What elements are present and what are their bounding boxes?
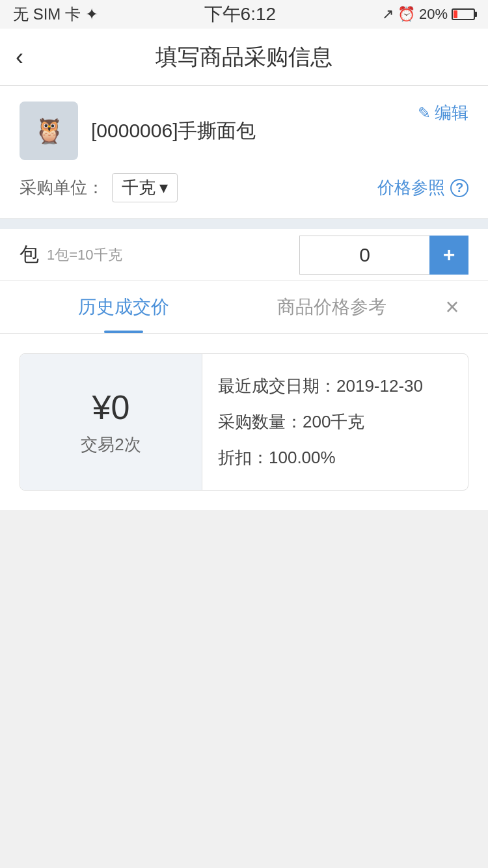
location-icon: ↗	[382, 6, 394, 23]
tab-price-reference[interactable]: 商品价格参考	[228, 281, 436, 333]
quantity-unit: 包	[20, 241, 39, 268]
product-name: [0000006]手撕面包	[91, 118, 256, 144]
discount-value: 100.00%	[269, 448, 336, 467]
status-time: 下午6:12	[204, 2, 277, 27]
history-details: 最近成交日期：2019-12-30 采购数量：200千克 折扣：100.00%	[202, 354, 468, 490]
discount-row: 折扣：100.00%	[218, 445, 452, 470]
tab-bar: 历史成交价 商品价格参考 ×	[0, 281, 488, 334]
discount-label: 折扣：	[218, 448, 269, 467]
purchase-qty-value: 200千克	[303, 412, 364, 431]
recent-date-row: 最近成交日期：2019-12-30	[218, 373, 452, 399]
purchase-qty-label: 采购数量：	[218, 412, 303, 431]
status-bar: 无 SIM 卡 ✦ 下午6:12 ↗ ⏰ 20%	[0, 0, 488, 29]
price-ref-button[interactable]: 价格参照 ?	[377, 176, 468, 199]
product-card: 🦉 [0000006]手撕面包 ✎ 编辑 采购单位： 千克 ▾ 价格参照 ?	[0, 86, 488, 219]
signal-text: 无 SIM 卡 ✦	[13, 4, 98, 25]
edit-label: 编辑	[435, 102, 468, 124]
quantity-input[interactable]	[299, 236, 429, 275]
unit-section: 采购单位： 千克 ▾	[20, 173, 178, 202]
edit-icon: ✎	[418, 104, 431, 122]
status-left: 无 SIM 卡 ✦	[13, 4, 98, 25]
history-card: ¥0 交易2次 最近成交日期：2019-12-30 采购数量：200千克 折扣：…	[20, 353, 468, 491]
recent-date-label: 最近成交日期：	[218, 376, 336, 396]
edit-button[interactable]: ✎ 编辑	[418, 102, 468, 124]
alarm-icon: ⏰	[398, 6, 415, 23]
recent-date-value: 2019-12-30	[336, 376, 423, 396]
history-price-section: ¥0 交易2次	[20, 354, 202, 490]
quantity-controls: +	[299, 236, 468, 275]
dropdown-arrow: ▾	[159, 178, 168, 198]
back-button[interactable]: ‹	[16, 44, 23, 71]
product-owl-icon: 🦉	[34, 116, 64, 145]
nav-bar: ‹ 填写商品采购信息	[0, 29, 488, 86]
unit-value: 千克	[122, 176, 156, 199]
quantity-note: 1包=10千克	[47, 245, 122, 265]
price-ref-label: 价格参照	[377, 176, 445, 199]
product-thumbnail: 🦉	[20, 102, 78, 160]
battery-icon	[452, 8, 475, 20]
page-title: 填写商品采购信息	[156, 42, 332, 72]
tab-reference-label: 商品价格参考	[277, 295, 386, 319]
history-price-value: ¥0	[92, 388, 130, 427]
quantity-label: 包 1包=10千克	[20, 241, 122, 268]
tab-history-label: 历史成交价	[78, 295, 169, 319]
tab-history-price[interactable]: 历史成交价	[20, 281, 228, 333]
status-right: ↗ ⏰ 20%	[382, 6, 475, 23]
quantity-row: 包 1包=10千克 +	[0, 229, 488, 281]
info-icon: ?	[450, 179, 468, 197]
tab-close-button[interactable]: ×	[436, 291, 468, 323]
unit-label: 采购单位：	[20, 176, 104, 199]
product-left: 🦉 [0000006]手撕面包	[20, 102, 256, 160]
history-content: ¥0 交易2次 最近成交日期：2019-12-30 采购数量：200千克 折扣：…	[0, 334, 488, 510]
history-trade-count: 交易2次	[81, 433, 141, 456]
purchase-qty-row: 采购数量：200千克	[218, 409, 452, 435]
product-footer: 采购单位： 千克 ▾ 价格参照 ?	[20, 173, 468, 202]
tab-section: 历史成交价 商品价格参考 × ¥0 交易2次 最近成交日期：2019-12-30…	[0, 281, 488, 510]
quantity-add-button[interactable]: +	[429, 236, 468, 275]
section-divider	[0, 219, 488, 229]
battery-percent: 20%	[419, 6, 448, 23]
product-header: 🦉 [0000006]手撕面包 ✎ 编辑	[20, 102, 468, 160]
unit-selector[interactable]: 千克 ▾	[112, 173, 178, 202]
main-content	[0, 510, 488, 868]
